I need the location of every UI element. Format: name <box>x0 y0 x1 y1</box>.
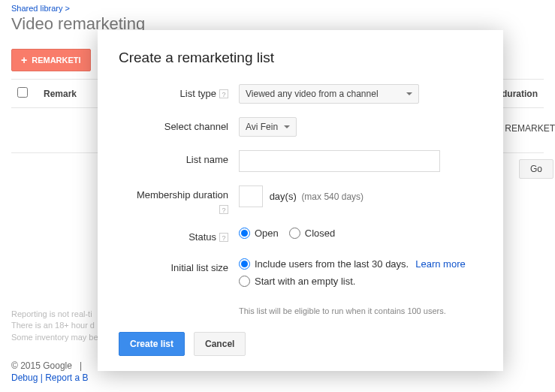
duration-input[interactable] <box>239 185 263 207</box>
duration-hint: (max 540 days) <box>301 191 363 202</box>
label-select-channel-text: Select channel <box>164 121 228 132</box>
remarketing-button[interactable]: REMARKETI <box>11 49 91 71</box>
label-initial-list-size-text: Initial list size <box>170 262 228 273</box>
footer-copyright-row: © 2015 Google | <box>11 360 82 371</box>
breadcrumb-sep: > <box>65 4 70 13</box>
label-list-type-text: List type <box>180 88 216 99</box>
channel-select[interactable]: Avi Fein <box>239 117 297 137</box>
chevron-down-icon <box>406 92 412 95</box>
help-icon[interactable]: ? <box>219 233 228 242</box>
initial-empty-option[interactable]: Start with an empty list. <box>239 276 482 287</box>
row-initial-list-size: Initial list size Include users from the… <box>98 254 503 302</box>
table-row-fragment: REMARKET <box>505 123 555 134</box>
initial-empty-label: Start with an empty list. <box>255 276 355 287</box>
label-list-name: List name <box>119 150 239 165</box>
label-status: Status ? <box>119 228 239 243</box>
footer-debug-link[interactable]: Debug <box>11 372 38 383</box>
list-type-value: Viewed any video from a channel <box>246 89 379 99</box>
footer-copyright: © 2015 Google <box>11 360 72 371</box>
column-remarketing: Remark <box>44 89 77 99</box>
breadcrumb-link[interactable]: Shared library <box>11 4 62 13</box>
footer-disclaimer: Reporting is not real-ti There is an 18+… <box>11 309 98 343</box>
footer-line-1: Reporting is not real-ti <box>11 309 98 320</box>
breadcrumb: Shared library > <box>0 0 555 14</box>
status-closed-label: Closed <box>305 228 335 239</box>
list-type-select[interactable]: Viewed any video from a channel <box>239 84 419 104</box>
initial-empty-radio[interactable] <box>239 276 250 287</box>
footer-report-link[interactable]: Report a B <box>45 372 88 383</box>
footer-links: Debug | Report a B <box>11 372 89 383</box>
label-list-name-text: List name <box>186 154 228 165</box>
eligibility-note: This list will be eligible to run when i… <box>98 306 503 315</box>
modal-title: Create a remarketing list <box>98 50 503 80</box>
row-list-type: List type ? Viewed any video from a chan… <box>98 80 503 113</box>
create-list-button[interactable]: Create list <box>119 332 185 356</box>
initial-include-radio[interactable] <box>239 258 250 270</box>
label-membership-duration-text: Membership duration <box>137 189 228 201</box>
label-select-channel: Select channel <box>119 117 239 132</box>
duration-unit: day(s) <box>270 191 297 202</box>
initial-include-label: Include users from the last 30 days. <box>255 258 409 270</box>
footer-line-3: Some inventory may be <box>11 332 98 343</box>
label-membership-duration: Membership duration ? <box>119 185 239 214</box>
status-closed-option[interactable]: Closed <box>289 228 335 239</box>
footer-line-2: There is an 18+ hour d <box>11 320 98 331</box>
row-status: Status ? Open Closed <box>98 223 503 254</box>
label-list-type: List type ? <box>119 84 239 99</box>
learn-more-link[interactable]: Learn more <box>415 258 465 270</box>
label-status-text: Status <box>189 231 216 243</box>
create-remarketing-list-modal: Create a remarketing list List type ? Vi… <box>98 30 503 371</box>
select-all-checkbox[interactable] <box>17 87 28 98</box>
list-name-input[interactable] <box>239 150 440 172</box>
status-open-radio[interactable] <box>239 228 250 239</box>
remarketing-button-label: REMARKETI <box>32 56 80 65</box>
label-initial-list-size: Initial list size <box>119 258 239 273</box>
chevron-down-icon <box>284 125 290 128</box>
cancel-button[interactable]: Cancel <box>194 332 246 356</box>
status-open-label: Open <box>255 228 279 239</box>
footer-sep2: | <box>41 372 43 383</box>
channel-value: Avi Fein <box>246 122 278 132</box>
row-membership-duration: Membership duration ? day(s) (max 540 da… <box>98 181 503 223</box>
footer-sep: | <box>80 360 82 371</box>
status-closed-radio[interactable] <box>289 228 300 239</box>
row-select-channel: Select channel Avi Fein <box>98 113 503 146</box>
help-icon[interactable]: ? <box>219 205 228 214</box>
modal-actions: Create list Cancel <box>98 332 503 356</box>
help-icon[interactable]: ? <box>219 89 228 98</box>
row-list-name: List name <box>98 146 503 181</box>
go-button[interactable]: Go <box>519 159 553 179</box>
initial-include-option[interactable]: Include users from the last 30 days. Lea… <box>239 258 482 270</box>
status-open-option[interactable]: Open <box>239 228 279 239</box>
